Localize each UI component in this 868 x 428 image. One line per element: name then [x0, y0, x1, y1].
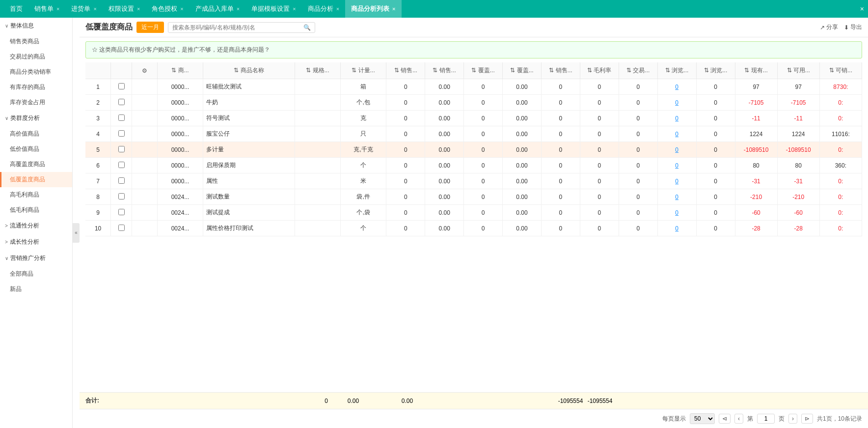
row-checkbox[interactable]: [118, 162, 125, 168]
col-header-unit[interactable]: ⇅ 计量...: [340, 62, 386, 79]
cell-9-14[interactable]: 0: [657, 221, 696, 236]
cell-1-14[interactable]: 0: [657, 95, 696, 111]
nav-tab-3[interactable]: 权限设置×: [103, 0, 146, 18]
prev-page-button[interactable]: ‹: [734, 414, 743, 424]
nav-tab-close-3[interactable]: ×: [137, 6, 140, 12]
row-checkbox[interactable]: [118, 130, 125, 137]
search-input[interactable]: [172, 24, 301, 31]
col-header-trade[interactable]: ⇅ 交易...: [619, 62, 657, 79]
col-sort-cover1[interactable]: ⇅: [471, 67, 476, 74]
search-icon[interactable]: 🔍: [303, 24, 311, 31]
col-header-cover1[interactable]: ⇅ 覆盖...: [464, 62, 503, 79]
sidebar-item-4-0[interactable]: 全部商品: [0, 266, 72, 282]
col-sort-spec[interactable]: ⇅: [306, 67, 311, 74]
col-sort-code[interactable]: ⇅: [171, 67, 176, 74]
nav-tab-6[interactable]: 单据模板设置×: [245, 0, 301, 18]
col-header-cover2[interactable]: ⇅ 覆盖...: [503, 62, 542, 79]
col-sort-sales1[interactable]: ⇅: [394, 67, 399, 74]
nav-tab-8[interactable]: 商品分析列表×: [345, 0, 401, 18]
sidebar-item-1-5[interactable]: 低毛利商品: [0, 202, 72, 218]
sidebar-section-0[interactable]: ∨整体信息: [0, 18, 72, 34]
last-page-button[interactable]: ⊳: [801, 414, 813, 424]
cell-4-14[interactable]: 0: [657, 142, 696, 158]
col-header-current[interactable]: ⇅ 现有...: [735, 62, 777, 79]
cell-2-14[interactable]: 0: [657, 111, 696, 126]
sidebar-item-1-4[interactable]: 高毛利商品: [0, 187, 72, 202]
col-sort-avail[interactable]: ⇅: [787, 67, 792, 74]
col-header-browse2[interactable]: ⇅ 浏览...: [696, 62, 735, 79]
col-sort-name[interactable]: ⇅: [234, 67, 239, 74]
next-page-button[interactable]: ›: [788, 414, 797, 424]
cell-5-14[interactable]: 0: [657, 158, 696, 173]
col-sort-gross[interactable]: ⇅: [587, 67, 592, 74]
row-checkbox[interactable]: [118, 177, 125, 184]
nav-tab-close-5[interactable]: ×: [237, 6, 240, 12]
nav-tab-2[interactable]: 进货单×: [65, 0, 102, 18]
col-sort-current[interactable]: ⇅: [744, 67, 749, 74]
nav-tab-7[interactable]: 商品分析×: [302, 0, 345, 18]
sidebar-item-0-3[interactable]: 有库存的商品: [0, 80, 72, 95]
col-header-code[interactable]: ⇅ 商...: [157, 62, 203, 79]
col-header-gross[interactable]: ⇅ 毛利率: [580, 62, 619, 79]
sidebar-section-1[interactable]: ∨类群度分析: [0, 110, 72, 126]
sidebar-item-0-4[interactable]: 库存资金占用: [0, 95, 72, 110]
nav-tab-close-8[interactable]: ×: [392, 6, 395, 12]
col-header-sales2[interactable]: ⇅ 销售...: [425, 62, 464, 79]
col-sort-browse1[interactable]: ⇅: [665, 67, 670, 74]
sidebar-collapse-button[interactable]: «: [73, 223, 80, 243]
nav-tab-close-4[interactable]: ×: [180, 6, 183, 12]
share-button[interactable]: ↗ 分享: [820, 23, 838, 31]
export-button[interactable]: ⬇ 导出: [844, 23, 862, 31]
sidebar-item-0-2[interactable]: 商品分类动销率: [0, 64, 72, 80]
cell-8-14[interactable]: 0: [657, 205, 696, 221]
cell-6-14[interactable]: 0: [657, 173, 696, 189]
row-checkbox[interactable]: [118, 146, 125, 152]
first-page-button[interactable]: ⊲: [719, 414, 731, 424]
cell-7-14[interactable]: 0: [657, 189, 696, 205]
col-sort-sales2[interactable]: ⇅: [433, 67, 437, 74]
col-header-sales1[interactable]: ⇅ 销售...: [386, 62, 425, 79]
col-header-spec[interactable]: ⇅ 规格...: [295, 62, 340, 79]
sidebar-section-3[interactable]: >成长性分析: [0, 234, 72, 250]
sidebar-item-0-0[interactable]: 销售类商品: [0, 34, 72, 49]
cell-3-14[interactable]: 0: [657, 126, 696, 142]
row-checkbox[interactable]: [118, 225, 125, 231]
search-box[interactable]: 🔍: [168, 22, 315, 33]
col-sort-unit[interactable]: ⇅: [352, 67, 356, 74]
row-checkbox[interactable]: [118, 193, 125, 200]
sidebar-section-2[interactable]: >流通性分析: [0, 218, 72, 234]
page-input[interactable]: [757, 414, 775, 424]
close-all-button[interactable]: ×: [860, 5, 864, 13]
col-header-sales3[interactable]: ⇅ 销售...: [541, 62, 580, 79]
nav-tab-4[interactable]: 角色授权×: [146, 0, 189, 18]
nav-tab-close-7[interactable]: ×: [336, 6, 339, 12]
sidebar-item-4-1[interactable]: 新品: [0, 282, 72, 297]
row-checkbox[interactable]: [118, 83, 125, 89]
col-sort-cover2[interactable]: ⇅: [510, 67, 515, 74]
col-header-avail[interactable]: ⇅ 可用...: [777, 62, 819, 79]
row-checkbox[interactable]: [118, 114, 125, 121]
nav-tab-close-1[interactable]: ×: [56, 6, 59, 12]
page-size-select[interactable]: 50 100 200: [690, 413, 715, 424]
cell-0-14[interactable]: 0: [657, 79, 696, 95]
row-checkbox[interactable]: [118, 99, 125, 105]
nav-tab-5[interactable]: 产成品入库单×: [190, 0, 245, 18]
nav-tab-close-2[interactable]: ×: [93, 6, 96, 12]
row-checkbox[interactable]: [118, 209, 125, 215]
sidebar-item-1-1[interactable]: 低价值商品: [0, 142, 72, 157]
col-sort-sellable[interactable]: ⇅: [829, 67, 834, 74]
col-sort-sales3[interactable]: ⇅: [549, 67, 554, 74]
sidebar-item-1-3[interactable]: 低覆盖度商品: [0, 172, 72, 187]
col-sort-trade[interactable]: ⇅: [626, 67, 631, 74]
col-header-sellable[interactable]: ⇅ 可销...: [819, 62, 862, 79]
col-header-browse1[interactable]: ⇅ 浏览...: [657, 62, 696, 79]
nav-tab-close-6[interactable]: ×: [293, 6, 296, 12]
col-sort-browse2[interactable]: ⇅: [704, 67, 709, 74]
sidebar-section-4[interactable]: ∨营销推广分析: [0, 250, 72, 266]
nav-tab-0[interactable]: 首页: [4, 0, 28, 18]
nav-tab-1[interactable]: 销售单×: [28, 0, 65, 18]
filter-button[interactable]: 近一月: [136, 22, 164, 33]
sidebar-item-1-0[interactable]: 高价值商品: [0, 126, 72, 142]
sidebar-item-0-1[interactable]: 交易过的商品: [0, 49, 72, 64]
col-header-name[interactable]: ⇅ 商品名称: [203, 62, 295, 79]
